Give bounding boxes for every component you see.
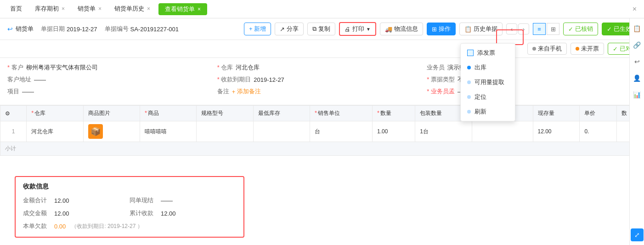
table-row: 1 河北仓库 📦 嘻嘻嘻嘻 台 1.00 1台 12.00 0. [0, 121, 644, 142]
list-view-button[interactable]: ≡ [533, 23, 546, 35]
product-image: 📦 [88, 124, 103, 139]
operate-button[interactable]: ⊞ 操作 [427, 23, 456, 35]
menu-refresh[interactable]: 刷新 [461, 104, 515, 119]
print-icon: 🖨 [345, 26, 350, 33]
sidebar-user-icon[interactable]: 👤 [631, 72, 644, 85]
col-min-stock: 最低库存 [253, 106, 310, 121]
tab-home[interactable]: 首页 [4, 0, 28, 18]
total-value: 12.00 [54, 197, 69, 204]
salesperson-label: 业务员 [427, 63, 445, 72]
document-header: ↩ 销货单 单据日期 2019-12-27 单据编号 SA-20191227-0… [0, 18, 644, 40]
from-mobile-button[interactable]: 来自手机 [527, 43, 567, 55]
payment-section: 收款信息 金额合计 12.00 同单现结 —— 成交金额 12.00 累计收款 … [15, 176, 244, 238]
due-date-field: 收款到期日 2019-12-27 [217, 75, 427, 84]
project-field: 项目 —— [7, 87, 217, 96]
view-buttons: ≡ ⊞ [533, 23, 559, 35]
customer-field: 客户 柳州粤港平安气体有限公司 [7, 63, 217, 72]
form-row-2: 客户地址 —— 收款到期日 2019-12-27 票据类型 不开票 [7, 75, 637, 84]
logistics-icon: 🚚 [385, 26, 392, 33]
grid-view-button[interactable]: ⊞ [547, 23, 559, 35]
check-mark-icon: ✓ [613, 46, 618, 52]
sidebar-expand-icon[interactable]: ⤢ [631, 228, 644, 241]
row-product-img: 📦 [83, 121, 140, 142]
copy-button[interactable]: ⧉ 复制 [307, 23, 335, 35]
sidebar-refresh-icon[interactable]: ↩ [631, 55, 644, 68]
row-num: 1 [0, 121, 27, 142]
grid-icon: ⊞ [432, 26, 437, 33]
tab-close-inventory[interactable]: × [62, 6, 65, 12]
prev-button[interactable]: ‹ [506, 23, 517, 34]
col-product-img: 商品图片 [83, 106, 140, 121]
sub-action-bar: 来自手机 未开票 ✓ 已对 [0, 40, 644, 58]
cumulative-value: 12.00 [161, 210, 176, 217]
project-label: 项目 [7, 87, 19, 96]
row-quantity: 1.00 [373, 121, 415, 142]
doc-title: ↩ 销货单 [7, 25, 34, 33]
payment-cumulative-row: 累计收款 12.00 [130, 208, 236, 218]
menu-add-invoice[interactable]: 添发票 [461, 46, 515, 60]
tab-close-history[interactable]: × [147, 6, 150, 12]
new-button[interactable]: + 新增 [244, 23, 271, 35]
payment-grid: 金额合计 12.00 同单现结 —— 成交金额 12.00 累计收款 12.00… [23, 195, 236, 231]
tab-close-view[interactable]: × [198, 6, 201, 12]
due-date-label: 收款到期日 [217, 75, 251, 84]
ticket-type-label: 票据类型 [427, 75, 455, 84]
subtotal-row: 小计 [0, 142, 644, 156]
dropdown-menu: 添发票 出库 可用量提取 定位 刷新 [460, 43, 515, 121]
col-product: *商品 [140, 106, 196, 121]
mobile-dot-icon [532, 47, 536, 51]
doc-type-label: 销货单 [16, 25, 34, 33]
tab-view-sales[interactable]: 查看销货单 × [158, 3, 207, 15]
due-value: 0.00 [54, 223, 66, 230]
form-row-3: 项目 —— 备注 + 添加备注 * 业务员孟 —— [7, 87, 637, 96]
warehouse-field: 仓库 河北仓库 [217, 63, 427, 72]
col-settings[interactable]: ⚙ [0, 106, 27, 121]
checkbox-icon [467, 50, 474, 56]
cumulative-label: 累计收款 [130, 209, 157, 217]
address-label: 客户地址 [7, 75, 31, 84]
warehouse-label: 仓库 [217, 63, 233, 72]
date-field: 单据日期 2019-12-27 [41, 25, 97, 33]
row-product: 嘻嘻嘻嘻 [140, 121, 196, 142]
history-button[interactable]: 📋 历史单据 [459, 23, 503, 35]
due-date-value: 2019-12-27 [254, 76, 284, 83]
not-open-button[interactable]: 未开票 [571, 43, 604, 55]
next-button[interactable]: › [518, 23, 529, 34]
copy-icon: ⧉ [312, 25, 316, 33]
number-value: SA-20191227-001 [130, 26, 179, 33]
add-note-button[interactable]: + 添加备注 [232, 87, 261, 96]
salesperson2-field: * 业务员孟 —— [427, 87, 637, 96]
row-stock: 12.00 [533, 121, 580, 142]
menu-available-qty[interactable]: 可用量提取 [461, 75, 515, 90]
tab-sales-order[interactable]: 销货单 × [71, 0, 108, 18]
row-warehouse: 河北仓库 [27, 121, 83, 142]
main-close-icon[interactable]: × [633, 5, 637, 13]
sidebar-clipboard-icon[interactable]: 📋 [631, 22, 644, 35]
sidebar-link-icon[interactable]: 🔗 [631, 39, 644, 51]
print-button[interactable]: 🖨 打印 ▼ [339, 22, 376, 36]
logistics-button[interactable]: 🚚 物流信息 [380, 23, 423, 35]
sidebar-chart-icon[interactable]: 📊 [631, 88, 644, 101]
row-min-stock [253, 121, 310, 142]
payment-deal-row: 成交金额 12.00 [23, 208, 130, 218]
form-row-1: 客户 柳州粤港平安气体有限公司 仓库 河北仓库 业务员 演示账号 [7, 63, 637, 72]
dropdown-arrow-icon: ▼ [366, 27, 371, 32]
row-sales-unit: 台 [310, 121, 373, 142]
col-quantity: *数量 [373, 106, 415, 121]
sold-cancel-button[interactable]: ✓ 已核销 [563, 23, 598, 35]
radio-available-icon [467, 80, 471, 84]
col-spec: 规格型号 [197, 106, 253, 121]
row-available [472, 121, 533, 142]
menu-locate[interactable]: 定位 [461, 90, 515, 104]
table-section: ⚙ *仓库 商品图片 *商品 规格型号 最低库存 *销售单位 *数量 包装数量 … [0, 105, 644, 172]
col-warehouse: *仓库 [27, 106, 83, 121]
share-button[interactable]: ↗ 分享 [275, 23, 304, 35]
menu-out-stock[interactable]: 出库 [461, 60, 515, 75]
tab-sales-history[interactable]: 销货单历史 × [108, 0, 157, 18]
product-table: ⚙ *仓库 商品图片 *商品 规格型号 最低库存 *销售单位 *数量 包装数量 … [0, 105, 644, 156]
row-unit-price: 0. [580, 121, 616, 142]
radio-locate-icon [467, 95, 471, 99]
doc-type-icon: ↩ [7, 25, 13, 33]
tab-inventory-init[interactable]: 库存期初 × [28, 0, 71, 18]
tab-close-sales[interactable]: × [98, 6, 102, 12]
